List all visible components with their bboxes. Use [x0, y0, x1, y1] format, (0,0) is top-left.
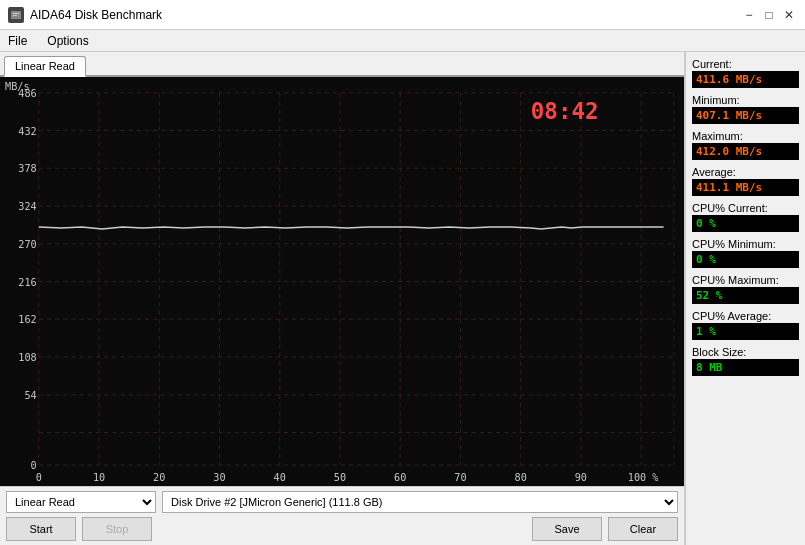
cpu-average-value: 1 %: [692, 323, 799, 340]
clear-button[interactable]: Clear: [608, 517, 678, 541]
current-value: 411.6 MB/s: [692, 71, 799, 88]
cpu-current-value: 0 %: [692, 215, 799, 232]
main-container: Linear Read: [0, 52, 805, 545]
save-button[interactable]: Save: [532, 517, 602, 541]
close-button[interactable]: ✕: [781, 7, 797, 23]
svg-text:0: 0: [31, 459, 37, 471]
stat-minimum: Minimum: 407.1 MB/s: [692, 94, 799, 124]
drive-dropdown[interactable]: Disk Drive #2 [JMicron Generic] (111.8 G…: [162, 491, 678, 513]
control-row-dropdowns: Linear Read Disk Drive #2 [JMicron Gener…: [6, 491, 678, 513]
svg-rect-1: [13, 13, 19, 14]
svg-text:80: 80: [515, 471, 527, 483]
bottom-controls: Linear Read Disk Drive #2 [JMicron Gener…: [0, 486, 684, 545]
app-title: AIDA64 Disk Benchmark: [30, 8, 162, 22]
stat-cpu-maximum: CPU% Maximum: 52 %: [692, 274, 799, 304]
svg-text:108: 108: [18, 351, 36, 363]
cpu-average-label: CPU% Average:: [692, 310, 799, 322]
svg-text:60: 60: [394, 471, 406, 483]
menu-file[interactable]: File: [4, 33, 31, 49]
tab-bar: Linear Read: [0, 52, 684, 77]
maximum-label: Maximum:: [692, 130, 799, 142]
stat-current: Current: 411.6 MB/s: [692, 58, 799, 88]
stat-blocksize: Block Size: 8 MB: [692, 346, 799, 376]
minimum-value: 407.1 MB/s: [692, 107, 799, 124]
svg-text:216: 216: [18, 276, 36, 288]
svg-text:100 %: 100 %: [628, 471, 659, 483]
svg-text:90: 90: [575, 471, 587, 483]
menu-bar: File Options: [0, 30, 805, 52]
stat-cpu-average: CPU% Average: 1 %: [692, 310, 799, 340]
svg-text:270: 270: [18, 238, 36, 250]
svg-text:324: 324: [18, 200, 36, 212]
svg-text:40: 40: [274, 471, 286, 483]
test-dropdown[interactable]: Linear Read: [6, 491, 156, 513]
control-row-buttons: Start Stop Save Clear: [6, 517, 678, 541]
current-label: Current:: [692, 58, 799, 70]
svg-text:432: 432: [18, 125, 36, 137]
svg-text:70: 70: [454, 471, 466, 483]
cpu-maximum-label: CPU% Maximum:: [692, 274, 799, 286]
stop-button[interactable]: Stop: [82, 517, 152, 541]
window-controls: − □ ✕: [741, 7, 797, 23]
menu-options[interactable]: Options: [43, 33, 92, 49]
left-panel: Linear Read: [0, 52, 685, 545]
chart-area: 486 432 378 324 270 216 162 108 54 0 MB/…: [0, 77, 684, 486]
minimum-label: Minimum:: [692, 94, 799, 106]
stat-cpu-current: CPU% Current: 0 %: [692, 202, 799, 232]
start-button[interactable]: Start: [6, 517, 76, 541]
cpu-minimum-value: 0 %: [692, 251, 799, 268]
stat-cpu-minimum: CPU% Minimum: 0 %: [692, 238, 799, 268]
svg-text:20: 20: [153, 471, 165, 483]
average-label: Average:: [692, 166, 799, 178]
average-value: 411.1 MB/s: [692, 179, 799, 196]
maximize-button[interactable]: □: [761, 7, 777, 23]
stat-maximum: Maximum: 412.0 MB/s: [692, 130, 799, 160]
svg-text:30: 30: [213, 471, 225, 483]
blocksize-label: Block Size:: [692, 346, 799, 358]
stat-average: Average: 411.1 MB/s: [692, 166, 799, 196]
cpu-maximum-value: 52 %: [692, 287, 799, 304]
svg-text:54: 54: [24, 389, 36, 401]
svg-text:10: 10: [93, 471, 105, 483]
right-panel: Current: 411.6 MB/s Minimum: 407.1 MB/s …: [685, 52, 805, 545]
minimize-button[interactable]: −: [741, 7, 757, 23]
svg-text:378: 378: [18, 162, 36, 174]
svg-rect-2: [13, 15, 17, 16]
title-bar: AIDA64 Disk Benchmark − □ ✕: [0, 0, 805, 30]
cpu-minimum-label: CPU% Minimum:: [692, 238, 799, 250]
app-icon: [8, 7, 24, 23]
svg-text:0: 0: [36, 471, 42, 483]
blocksize-value: 8 MB: [692, 359, 799, 376]
title-bar-left: AIDA64 Disk Benchmark: [8, 7, 162, 23]
maximum-value: 412.0 MB/s: [692, 143, 799, 160]
svg-text:162: 162: [18, 313, 36, 325]
svg-text:MB/s: MB/s: [5, 79, 30, 91]
cpu-current-label: CPU% Current:: [692, 202, 799, 214]
chart-svg: 486 432 378 324 270 216 162 108 54 0 MB/…: [0, 77, 684, 486]
svg-text:50: 50: [334, 471, 346, 483]
svg-text:08:42: 08:42: [531, 98, 599, 124]
tab-linear-read[interactable]: Linear Read: [4, 56, 86, 77]
